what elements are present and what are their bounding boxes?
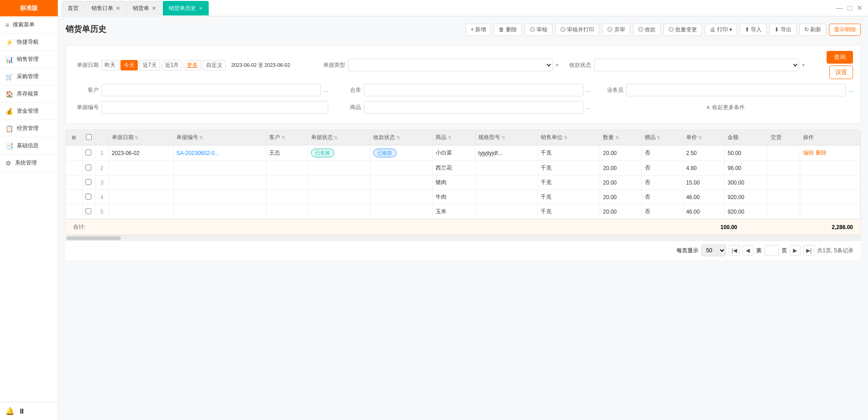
table-row: 12023-06-02SA-20230602-0...王总已生效已收款小白菜ty… — [66, 145, 860, 161]
sidebar-item-operations[interactable]: 📋 经营管理 — [0, 120, 58, 137]
minimize-button[interactable]: — — [834, 4, 845, 12]
close-window-button[interactable]: ✕ — [855, 4, 864, 12]
set-button[interactable]: 设置 — [829, 65, 853, 79]
th-amount: 金额 — [725, 130, 768, 145]
yesterday-btn[interactable]: 昨天 — [101, 60, 119, 70]
delete-button[interactable]: 🗑 删除 — [494, 24, 522, 36]
batch-change-button[interactable]: ◎ 批量变更 — [663, 24, 702, 36]
th-gear[interactable]: ⚙ — [66, 130, 82, 145]
th-action: 操作 — [800, 130, 860, 145]
maximize-button[interactable]: □ — [846, 4, 854, 12]
salesperson-input[interactable] — [626, 84, 846, 96]
salesperson-ellipsis[interactable]: ... — [848, 87, 853, 93]
new-button[interactable]: + 新增 — [466, 24, 491, 36]
close-sales-goods-tab[interactable]: ✕ — [152, 5, 156, 11]
warehouse-ellipsis[interactable]: ... — [586, 87, 591, 93]
home-icon: 🏠 — [5, 90, 13, 98]
today-btn[interactable]: 今天 — [120, 60, 138, 70]
th-spec[interactable]: 规格型号 — [475, 130, 537, 145]
tab-sales-goods[interactable]: 销货单 ✕ — [127, 1, 162, 15]
action-编辑[interactable]: 编辑 — [803, 150, 814, 156]
scroll-thumb[interactable] — [66, 236, 121, 240]
sidebar-item-sales-mgmt[interactable]: 📊 销售管理 — [0, 51, 58, 68]
row-checkbox-2[interactable] — [85, 179, 91, 185]
docno-input[interactable] — [101, 101, 328, 114]
th-check — [82, 130, 95, 145]
row-checkbox-1[interactable] — [85, 165, 91, 170]
row-checkbox-4[interactable] — [85, 208, 91, 214]
first-page-button[interactable]: |◀ — [729, 245, 740, 256]
th-collect-status[interactable]: 收款状态 — [370, 130, 432, 145]
scroll-bar[interactable] — [65, 235, 861, 240]
total-qty: 100.00 — [721, 224, 738, 230]
tab-sales-history[interactable]: 销货单历史 ✕ — [163, 1, 209, 15]
goods-ellipsis[interactable]: ... — [586, 104, 591, 110]
audit-button[interactable]: ◎ 审核 — [525, 24, 552, 36]
th-docno[interactable]: 单据编号 — [173, 130, 266, 145]
audit-print-button[interactable]: ◎ 审核并打印 — [555, 24, 599, 36]
th-doc-status[interactable]: 单据状态 — [308, 130, 370, 145]
sidebar-item-inventory[interactable]: 🏠 库存核算 — [0, 85, 58, 103]
next-page-button[interactable]: ▶ — [790, 245, 801, 256]
7days-btn[interactable]: 近7天 — [140, 60, 160, 70]
th-gift[interactable]: 赠品 — [642, 130, 683, 145]
action-删除[interactable]: 删除 — [816, 150, 827, 156]
total-label: 合计: — [73, 223, 85, 231]
table-wrapper: ⚙ 单据日期 单据编号 客户 单据状态 收款状态 商品 规格型号 销售单位 数量… — [65, 130, 861, 235]
settings-gear[interactable]: ⚙ — [71, 135, 76, 141]
th-qty[interactable]: 数量 — [600, 130, 642, 145]
doc-type-label: 单据类型 — [320, 61, 345, 69]
row-checkbox-3[interactable] — [85, 194, 91, 200]
prev-page-button[interactable]: ◀ — [743, 245, 753, 256]
close-sales-history-tab[interactable]: ✕ — [199, 5, 203, 11]
date-filter: 昨天 今天 近7天 近1月 更多 自定义 — [101, 60, 226, 70]
sidebar-item-quick-nav[interactable]: ⚡ 快捷导航 — [0, 34, 58, 51]
th-goods[interactable]: 商品 — [433, 130, 476, 145]
collect-button[interactable]: ◎ 收款 — [633, 24, 661, 36]
th-date[interactable]: 单据日期 — [109, 130, 173, 145]
chart-icon: 📊 — [5, 56, 13, 63]
sidebar-item-basic-info[interactable]: 📑 基础信息 — [0, 137, 58, 155]
table-footer: 合计: 100.00 2,286.00 — [66, 219, 860, 235]
doc-type-select[interactable] — [348, 59, 553, 71]
last-page-button[interactable]: ▶| — [803, 245, 814, 256]
tab-sales-order[interactable]: 销售订单 ✕ — [85, 1, 126, 15]
docno-link[interactable]: SA-20230602-0... — [176, 150, 219, 156]
collapse-button[interactable]: ∧ 收起更多条件 — [704, 102, 747, 113]
docno-label: 单据编号 — [73, 104, 99, 111]
customer-ellipsis[interactable]: ... — [324, 87, 328, 93]
doc-icon: 📑 — [5, 142, 13, 150]
refresh-button[interactable]: ↻ 刷新 — [799, 24, 826, 36]
th-unit[interactable]: 销售单位 — [538, 130, 600, 145]
sidebar-item-search-menu[interactable]: ≡ 搜索菜单 — [0, 16, 58, 34]
print-button[interactable]: 🖨 打印 ▾ — [705, 24, 737, 36]
th-customer[interactable]: 客户 — [266, 130, 308, 145]
custom-btn[interactable]: 自定义 — [203, 60, 226, 70]
sidebar-item-system-mgmt[interactable]: ⚙ 系统管理 — [0, 155, 58, 172]
customer-input[interactable] — [101, 84, 321, 96]
goods-input[interactable] — [364, 101, 583, 114]
sidebar-item-purchase-mgmt[interactable]: 🛒 采购管理 — [0, 68, 58, 85]
page-input[interactable]: 1 — [764, 245, 779, 256]
sidebar-label-purchase-mgmt: 采购管理 — [17, 73, 39, 80]
th-price[interactable]: 单价 — [683, 130, 724, 145]
warehouse-input[interactable] — [364, 84, 583, 96]
export-button[interactable]: ⬇ 导出 — [769, 24, 796, 36]
pause-icon[interactable]: ⏸ — [18, 407, 25, 415]
abandon-button[interactable]: ◎ 弃审 — [602, 24, 630, 36]
sidebar-item-finance[interactable]: 💰 资金管理 — [0, 103, 58, 120]
show-detail-button[interactable]: 显示明细 — [829, 24, 861, 36]
collect-status-select[interactable] — [594, 59, 799, 71]
sidebar-label-operations: 经营管理 — [17, 125, 39, 132]
select-all-checkbox[interactable] — [86, 134, 92, 140]
tab-home[interactable]: 首页 — [62, 1, 85, 15]
notification-icon[interactable]: 🔔 — [5, 407, 15, 415]
row-checkbox-0[interactable] — [85, 150, 91, 155]
close-sales-order-tab[interactable]: ✕ — [116, 5, 120, 11]
1month-btn[interactable]: 近1月 — [162, 60, 182, 70]
per-page-select[interactable]: 50 100 — [701, 245, 726, 256]
table-row: 3猪肉千克20.00否15.00300.00 — [66, 175, 860, 190]
more-btn[interactable]: 更多 — [184, 60, 201, 70]
query-button[interactable]: 查询 — [827, 51, 853, 64]
import-button[interactable]: ⬆ 导入 — [740, 24, 767, 36]
